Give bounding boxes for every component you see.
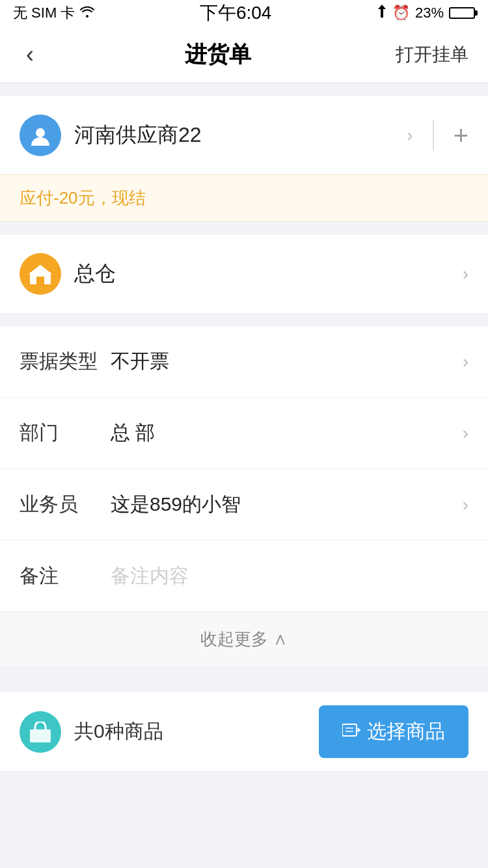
dept-row[interactable]: 部门 总 部 › (0, 397, 488, 468)
status-right: ⏰ 23% (377, 5, 475, 21)
battery-icon (449, 7, 475, 19)
warning-text: 应付-20元，现结 (20, 188, 146, 208)
background-fill (0, 771, 488, 868)
nav-bar: ‹ 进货单 打开挂单 (0, 26, 488, 83)
warning-banner: 应付-20元，现结 (0, 174, 488, 222)
select-product-icon (342, 721, 360, 743)
wifi-icon (80, 5, 94, 21)
status-carrier: 无 SIM 卡 (13, 3, 94, 23)
location-icon (377, 5, 387, 21)
warehouse-row[interactable]: 总仓 › (0, 235, 488, 313)
dept-chevron-icon: › (463, 423, 468, 444)
svg-marker-2 (29, 265, 52, 274)
sales-row[interactable]: 业务员 这是859的小智 › (0, 468, 488, 540)
supplier-avatar (20, 115, 61, 156)
sales-chevron-icon: › (463, 495, 468, 515)
invoice-type-value: 不开票 (111, 348, 463, 375)
supplier-section: 河南供应商22 › + 应付-20元，现结 (0, 96, 488, 222)
collapse-button[interactable]: 收起更多 ∧ (0, 612, 488, 666)
warehouse-name: 总仓 (74, 260, 463, 288)
battery-percent: 23% (415, 5, 444, 21)
svg-rect-3 (36, 277, 44, 284)
supplier-row[interactable]: 河南供应商22 › + (0, 96, 488, 174)
invoice-type-row[interactable]: 票据类型 不开票 › (0, 326, 488, 397)
form-section: 票据类型 不开票 › 部门 总 部 › 业务员 这是859的小智 › 备注 备注… (0, 326, 488, 666)
status-bar: 无 SIM 卡 下午6:04 ⏰ 23% (0, 0, 488, 26)
bottom-bar: 共0种商品 选择商品 (0, 692, 488, 771)
remark-label: 备注 (20, 563, 111, 590)
warehouse-icon (20, 253, 61, 295)
section-gap-4 (0, 666, 488, 679)
back-button[interactable]: ‹ (20, 34, 40, 75)
remark-row[interactable]: 备注 备注内容 (0, 540, 488, 612)
warehouse-section: 总仓 › (0, 235, 488, 313)
warehouse-chevron-icon: › (463, 264, 468, 284)
section-gap-3 (0, 313, 488, 326)
add-supplier-button[interactable]: + (454, 121, 468, 150)
section-gap-2 (0, 222, 488, 235)
svg-rect-5 (342, 724, 357, 736)
remark-input[interactable]: 备注内容 (111, 563, 468, 590)
supplier-name: 河南供应商22 (74, 121, 407, 150)
select-product-label: 选择商品 (367, 718, 445, 745)
page-title: 进货单 (185, 40, 251, 70)
collapse-label: 收起更多 ∧ (200, 629, 287, 649)
sales-value: 这是859的小智 (111, 491, 463, 518)
svg-rect-4 (30, 729, 51, 742)
dept-value: 总 部 (111, 420, 463, 446)
sales-label: 业务员 (20, 491, 111, 518)
dept-label: 部门 (20, 420, 111, 446)
supplier-chevron-icon: › (407, 125, 413, 146)
section-gap-1 (0, 83, 488, 96)
select-product-button[interactable]: 选择商品 (319, 705, 468, 758)
invoice-type-label: 票据类型 (20, 348, 111, 375)
supplier-divider (433, 120, 434, 151)
alarm-icon: ⏰ (392, 5, 410, 21)
svg-point-0 (36, 128, 45, 137)
status-time: 下午6:04 (200, 1, 272, 25)
product-count: 共0种商品 (74, 718, 319, 745)
open-pending-button[interactable]: 打开挂单 (396, 42, 468, 67)
invoice-chevron-icon: › (463, 351, 468, 372)
product-icon (20, 711, 61, 753)
